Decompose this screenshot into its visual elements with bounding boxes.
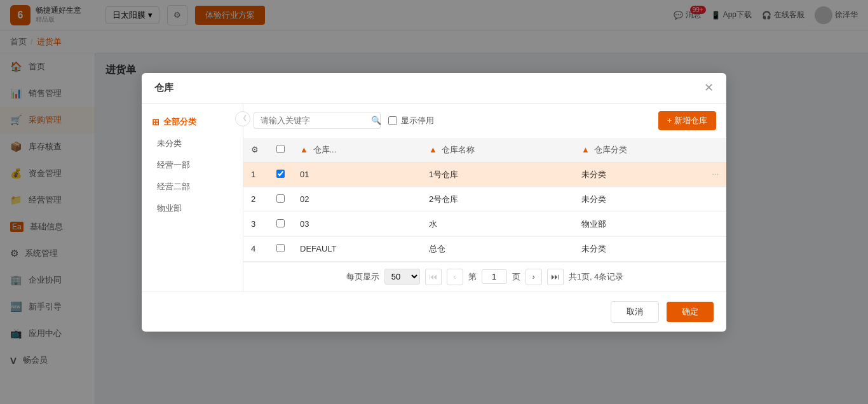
row-checkbox[interactable] (269, 162, 292, 187)
row-checkbox[interactable] (269, 212, 292, 236)
row-checkbox[interactable] (269, 187, 292, 212)
search-box: 🔍 (254, 112, 381, 129)
sort-icon-name: ▲ (429, 145, 437, 154)
th-code-label: 仓库... (313, 145, 337, 154)
row-name: 2号仓库 (421, 187, 574, 212)
warehouse-dialog: 仓库 ✕ ⊞ 全部分类 《 未分类 经营一部 经营二部 物业部 (142, 73, 726, 332)
page-last-button[interactable]: ⏭ (547, 269, 564, 285)
grid-icon: ⊞ (152, 117, 159, 127)
dialog-header: 仓库 ✕ (142, 73, 726, 104)
th-category-label: 仓库分类 (594, 145, 627, 154)
page-label: 第 (468, 271, 477, 283)
page-number-input[interactable] (482, 269, 507, 284)
table-header-row: ⚙ ▲ 仓库... ▲ (243, 138, 726, 163)
row-code: 01 (292, 162, 421, 187)
data-table: ⚙ ▲ 仓库... ▲ (243, 138, 726, 262)
category-all-label: 全部分类 (163, 116, 196, 128)
warehouse-table: ⚙ ▲ 仓库... ▲ (243, 138, 726, 262)
search-input[interactable] (261, 116, 367, 125)
table-row[interactable]: 4 DEFAULT 总仓 未分类 (243, 236, 726, 261)
dialog-body: ⊞ 全部分类 《 未分类 经营一部 经营二部 物业部 🔍 (142, 104, 726, 292)
row-code: 03 (292, 212, 421, 236)
table-row[interactable]: 1 01 1号仓库 未分类··· (243, 162, 726, 187)
row-name: 总仓 (421, 236, 574, 261)
search-icon: 🔍 (371, 116, 381, 125)
sort-icon-code: ▲ (300, 145, 308, 154)
total-info: 共1页, 4条记录 (569, 271, 624, 283)
confirm-button[interactable]: 确定 (667, 302, 714, 322)
row-category: 未分类 (574, 236, 726, 261)
table-toolbar: 🔍 显示停用 + 新增仓库 (243, 104, 726, 138)
cancel-button[interactable]: 取消 (611, 301, 659, 323)
row-category: 未分类 (574, 187, 726, 212)
table-row[interactable]: 3 03 水 物业部 (243, 212, 726, 236)
th-name: ▲ 仓库名称 (421, 138, 574, 163)
settings-th-icon: ⚙ (251, 145, 259, 154)
dialog-close-button[interactable]: ✕ (704, 82, 714, 93)
page-size-select[interactable]: 50 100 (384, 269, 420, 285)
category-all-header[interactable]: ⊞ 全部分类 (142, 111, 243, 133)
table-row[interactable]: 2 02 2号仓库 未分类 (243, 187, 726, 212)
page-first-button[interactable]: ⏮ (425, 269, 442, 285)
per-page-label: 每页显示 (346, 271, 379, 283)
add-warehouse-button[interactable]: + 新增仓库 (658, 111, 716, 130)
row-more-button[interactable]: ··· (712, 169, 719, 178)
category-item-uncategorized[interactable]: 未分类 (142, 133, 243, 154)
row-index: 3 (243, 212, 269, 236)
row-index: 1 (243, 162, 269, 187)
collapse-button[interactable]: 《 (235, 111, 250, 126)
row-index: 2 (243, 187, 269, 212)
row-code: 02 (292, 187, 421, 212)
row-name: 1号仓库 (421, 162, 574, 187)
show-disabled-label[interactable]: 显示停用 (388, 115, 434, 126)
page-next-button[interactable]: › (526, 269, 542, 285)
show-disabled-checkbox[interactable] (388, 116, 397, 125)
pagination-bar: 每页显示 50 100 ⏮ ‹ 第 页 › ⏭ 共1页, 4条记录 (243, 262, 726, 292)
th-name-label: 仓库名称 (442, 145, 475, 154)
row-checkbox[interactable] (269, 236, 292, 261)
row-category: 未分类··· (574, 162, 726, 187)
th-settings: ⚙ (243, 138, 269, 163)
modal-overlay[interactable]: 仓库 ✕ ⊞ 全部分类 《 未分类 经营一部 经营二部 物业部 (0, 0, 868, 404)
row-code: DEFAULT (292, 236, 421, 261)
row-index: 4 (243, 236, 269, 261)
sort-icon-category: ▲ (581, 145, 590, 154)
show-disabled-text: 显示停用 (401, 115, 434, 126)
th-code: ▲ 仓库... (292, 138, 421, 163)
dialog-title: 仓库 (154, 82, 173, 94)
category-item-ops2[interactable]: 经营二部 (142, 176, 243, 198)
category-item-property[interactable]: 物业部 (142, 198, 243, 219)
th-category: ▲ 仓库分类 (574, 138, 726, 163)
category-panel: ⊞ 全部分类 《 未分类 经营一部 经营二部 物业部 (142, 104, 243, 292)
select-all-checkbox[interactable] (276, 145, 285, 153)
dialog-footer: 取消 确定 (142, 292, 726, 332)
row-category: 物业部 (574, 212, 726, 236)
table-panel: 🔍 显示停用 + 新增仓库 ⚙ (243, 104, 726, 292)
row-name: 水 (421, 212, 574, 236)
page-prev-button[interactable]: ‹ (447, 269, 463, 285)
th-checkbox (269, 138, 292, 163)
category-item-ops1[interactable]: 经营一部 (142, 154, 243, 176)
page-suffix: 页 (512, 271, 520, 283)
